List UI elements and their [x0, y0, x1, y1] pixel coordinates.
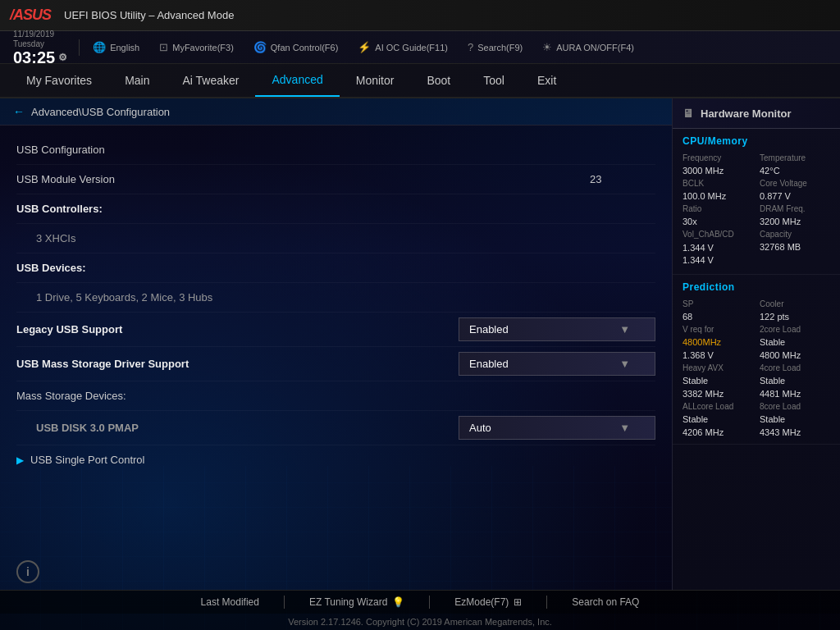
usb-devices-row: USB Devices: — [16, 253, 655, 283]
fan-icon: 🌀 — [253, 41, 267, 53]
nav-favorites[interactable]: My Favorites — [10, 64, 108, 97]
toolbar-search-label: Search(F9) — [477, 43, 523, 52]
vreq-value: 4800MHz — [682, 337, 753, 347]
legacy-usb-dropdown[interactable]: Enabled ▼ — [459, 317, 655, 341]
nav-main[interactable]: Main — [108, 64, 166, 97]
toolbar-search[interactable]: ? Search(F9) — [459, 38, 531, 57]
usb-disk-row: USB DISK 3.0 PMAP Auto ▼ — [16, 411, 655, 445]
usb-config-title-row: USB Configuration — [16, 135, 655, 165]
nav-exit[interactable]: Exit — [521, 64, 573, 97]
eightcore-stable: Stable — [760, 414, 830, 424]
nav-advanced[interactable]: Advanced — [255, 64, 339, 97]
usb-controllers-count: 3 XHCIs — [16, 232, 655, 244]
heavyavx-label: Heavy AVX — [682, 363, 753, 372]
toolbar-aioc[interactable]: ⚡ AI OC Guide(F11) — [349, 38, 456, 57]
usb-module-version-label: USB Module Version — [16, 173, 590, 185]
footer: Version 2.17.1246. Copyright (C) 2019 Am… — [0, 614, 840, 630]
vreq-voltage: 1.368 V — [682, 350, 753, 360]
bclk-value: 100.0 MHz — [682, 191, 753, 201]
allcore-label: ALLcore Load — [682, 402, 753, 411]
breadcrumb-path: Advanced\USB Configuration — [31, 106, 170, 118]
ez-mode-btn[interactable]: EzMode(F7) ⊞ — [454, 596, 522, 608]
toolbar-language-label: English — [110, 43, 139, 52]
nav-ai-tweaker[interactable]: Ai Tweaker — [166, 64, 255, 97]
usb-controllers-label: USB Controllers: — [16, 203, 655, 215]
ratio-label: Ratio — [682, 204, 753, 213]
allcore-stable: Stable — [682, 414, 753, 424]
nav-boot[interactable]: Boot — [410, 64, 467, 97]
eightcore-label: 8core Load — [760, 402, 830, 411]
aura-icon: ☀ — [542, 41, 552, 53]
right-panel: 🖥 Hardware Monitor CPU/Memory Frequency … — [672, 98, 840, 590]
favorite-icon: ⊡ — [159, 41, 168, 53]
nav-tool[interactable]: Tool — [467, 64, 521, 97]
sp-label: SP — [682, 299, 753, 308]
ez-mode-icon: ⊞ — [514, 596, 522, 608]
hardware-monitor-title: Hardware Monitor — [701, 107, 792, 120]
usb-module-version-row: USB Module Version 23 — [16, 165, 655, 194]
corevolt-label: Core Voltage — [760, 179, 830, 188]
twocore-freq: 4800 MHz — [760, 350, 830, 360]
usb-devices-list: 1 Drive, 5 Keyboards, 2 Mice, 3 Hubs — [16, 291, 655, 304]
temp-label: Temperature — [760, 153, 830, 162]
toolbar-aura[interactable]: ☀ AURA ON/OFF(F4) — [534, 38, 642, 57]
freq-label: Frequency — [682, 153, 753, 162]
temp-value: 42°C — [760, 166, 830, 176]
dramfreq-label: DRAM Freq. — [760, 204, 830, 213]
usb-mass-storage-dropdown[interactable]: Enabled ▼ — [459, 352, 655, 376]
globe-icon: 🌐 — [93, 41, 106, 53]
toolbar-qfan-label: Qfan Control(F6) — [271, 43, 339, 52]
ratio-value: 30x — [682, 217, 753, 226]
vreq-label: V req for — [682, 325, 753, 334]
usb-controllers-value-row: 3 XHCIs — [16, 224, 655, 253]
settings-icon[interactable]: ⚙ — [58, 52, 67, 62]
cooler-label: Cooler — [760, 299, 830, 308]
usb-single-port-section[interactable]: ▶ USB Single Port Control — [16, 445, 655, 474]
heavyavx-freq: 3382 MHz — [682, 389, 753, 399]
usb-disk-dropdown[interactable]: Auto ▼ — [459, 416, 655, 440]
usb-disk-label: USB DISK 3.0 PMAP — [16, 422, 459, 434]
volchab-label: Vol_ChAB/CD — [682, 230, 753, 239]
header: /ASUS UEFI BIOS Utility – Advanced Mode — [0, 0, 840, 31]
twocore-stable: Stable — [760, 337, 830, 347]
usb-mass-storage-row: USB Mass Storage Driver Support Enabled … — [16, 347, 655, 381]
breadcrumb-back-icon[interactable]: ← — [13, 105, 25, 118]
left-panel: ← Advanced\USB Configuration USB Configu… — [0, 98, 672, 590]
cooler-value: 122 pts — [760, 312, 830, 322]
time-display: 03:25 ⚙ — [13, 49, 67, 66]
toolbar-language[interactable]: 🌐 English — [84, 38, 148, 57]
cpu-memory-section: CPU/Memory Frequency Temperature 3000 MH… — [673, 129, 840, 275]
last-modified-btn[interactable]: Last Modified — [201, 596, 259, 608]
hardware-monitor-header: 🖥 Hardware Monitor — [673, 98, 840, 129]
toolbar-myfavorite-label: MyFavorite(F3) — [172, 43, 234, 52]
dramfreq-value: 3200 MHz — [760, 217, 830, 226]
toolbar-qfan[interactable]: 🌀 Qfan Control(F6) — [245, 38, 347, 57]
usb-mass-storage-label: USB Mass Storage Driver Support — [16, 358, 459, 370]
ez-tuning-icon: 💡 — [392, 596, 404, 608]
monitor-icon: 🖥 — [682, 107, 694, 120]
usb-controllers-row: USB Controllers: — [16, 194, 655, 224]
search-faq-label: Search on FAQ — [572, 596, 639, 608]
header-title: UEFI BIOS Utility – Advanced Mode — [64, 9, 234, 21]
twocore-label: 2core Load — [760, 325, 830, 334]
ez-tuning-label: EZ Tuning Wizard — [309, 596, 387, 608]
prediction-section: Prediction SP Cooler 68 122 pts V req fo… — [673, 275, 840, 445]
prediction-title: Prediction — [682, 281, 830, 293]
nav-monitor[interactable]: Monitor — [340, 64, 411, 97]
corevolt-value: 0.877 V — [760, 191, 830, 201]
usb-config-title-label: USB Configuration — [16, 144, 655, 156]
dropdown-arrow-legacy: ▼ — [619, 323, 630, 336]
search-faq-btn[interactable]: Search on FAQ — [572, 596, 639, 608]
info-icon[interactable]: i — [16, 560, 39, 583]
ez-tuning-btn[interactable]: EZ Tuning Wizard 💡 — [309, 596, 404, 608]
config-content: USB Configuration USB Module Version 23 … — [0, 126, 672, 560]
breadcrumb[interactable]: ← Advanced\USB Configuration — [0, 98, 672, 126]
toolbar-sep-1 — [79, 39, 80, 56]
date-display: 11/19/2019Tuesday — [13, 30, 54, 49]
toolbar-aura-label: AURA ON/OFF(F4) — [556, 43, 634, 52]
toolbar-myfavorite[interactable]: ⊡ MyFavorite(F3) — [151, 38, 242, 57]
freq-value: 3000 MHz — [682, 166, 753, 176]
cpu-memory-title: CPU/Memory — [682, 135, 830, 147]
volchab-value: 1.344 V1.344 V — [682, 242, 753, 267]
usb-mass-storage-value: Enabled — [469, 358, 509, 370]
